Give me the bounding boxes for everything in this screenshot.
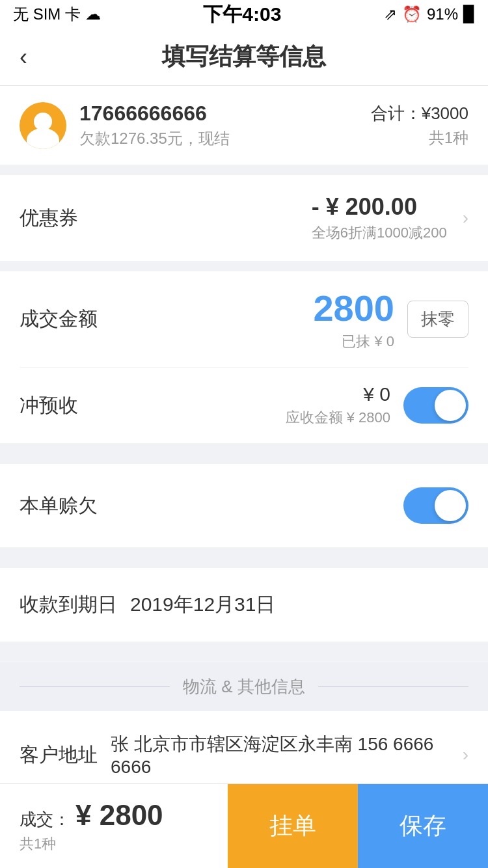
coupon-arrow-icon: › <box>463 208 468 228</box>
prepay-label: 冲预收 <box>20 392 78 419</box>
debt-toggle[interactable] <box>403 487 468 524</box>
prepay-row: 冲预收 ¥ 0 应收金额 ¥ 2800 <box>20 368 468 443</box>
section-sep-2 <box>0 454 488 464</box>
amount-section: 成交金额 2800 已抹 ¥ 0 抹零 冲预收 ¥ 0 应收金额 ¥ 2800 <box>0 271 488 443</box>
customer-card: 17666666666 欠款1276.35元，现结 合计：¥3000 共1种 <box>0 86 488 165</box>
status-bar: 无 SIM 卡 ☁ 下午4:03 ⇗ ⏰ 91% ▉ <box>0 0 488 29</box>
debt-section: 本单赊欠 <box>0 464 488 547</box>
logistics-divider: 物流 & 其他信息 <box>0 662 488 711</box>
status-right: ⇗ ⏰ 91% ▉ <box>384 5 475 23</box>
save-button[interactable]: 保存 <box>358 784 488 869</box>
prepay-toggle[interactable] <box>403 387 468 424</box>
page-title: 填写结算等信息 <box>162 41 326 73</box>
bottom-bar: 成交： ¥ 2800 共1种 挂单 保存 <box>0 783 488 868</box>
customer-info: 17666666666 欠款1276.35元，现结 <box>79 102 230 149</box>
customer-total: 合计：¥3000 共1种 <box>371 102 468 148</box>
section-sep-1 <box>0 261 488 271</box>
coupon-right: - ¥ 200.00 全场6折满1000减200 › <box>78 193 468 243</box>
pend-button[interactable]: 挂单 <box>228 784 358 869</box>
deal-sub: 共1种 <box>20 834 208 854</box>
customer-sub: 欠款1276.35元，现结 <box>79 128 230 149</box>
deal-amount: ¥ 2800 <box>75 799 163 832</box>
total-label: 合计：¥3000 <box>371 102 468 125</box>
divider-line-right <box>318 686 468 687</box>
status-time: 下午4:03 <box>203 1 281 28</box>
sim-label: 无 SIM 卡 ☁ <box>13 4 101 25</box>
amount-sub: 已抹 ¥ 0 <box>313 332 394 351</box>
address-label: 客户地址 <box>20 742 98 768</box>
nav-bar: ‹ 填写结算等信息 <box>0 29 488 86</box>
prepay-sub: 应收金额 ¥ 2800 <box>286 408 390 427</box>
prepay-value: ¥ 0 <box>363 383 390 405</box>
due-row: 收款到期日 2019年12月31日 <box>20 568 468 642</box>
section-sep-4 <box>0 652 488 662</box>
address-arrow-icon: › <box>463 744 468 765</box>
amount-row: 成交金额 2800 已抹 ¥ 0 抹零 <box>20 271 468 368</box>
content: 17666666666 欠款1276.35元，现结 合计：¥3000 共1种 优… <box>0 86 488 868</box>
logistics-label: 物流 & 其他信息 <box>183 675 305 698</box>
section-sep-3 <box>0 558 488 568</box>
battery-icon: ▉ <box>463 5 475 23</box>
due-section: 收款到期日 2019年12月31日 <box>0 568 488 642</box>
customer-phone: 17666666666 <box>79 102 230 126</box>
bottom-summary: 成交： ¥ 2800 共1种 <box>0 799 228 854</box>
amount-label: 成交金额 <box>20 306 98 332</box>
battery-label: 91% <box>427 5 458 23</box>
alarm-icon: ⏰ <box>402 5 422 23</box>
address-value: 张 北京市市辖区海淀区永丰南 156 6666 6666 <box>111 732 450 778</box>
bottom-deal: 成交： ¥ 2800 <box>20 799 208 832</box>
debt-label: 本单赊欠 <box>20 493 98 519</box>
coupon-discount: - ¥ 200.00 <box>312 193 447 221</box>
status-left: 无 SIM 卡 ☁ <box>13 4 101 25</box>
amount-value-group: 2800 已抹 ¥ 0 抹零 <box>313 287 468 351</box>
due-label: 收款到期日 <box>20 591 117 618</box>
due-value: 2019年12月31日 <box>130 591 275 618</box>
customer-left: 17666666666 欠款1276.35元，现结 <box>20 102 230 149</box>
total-count: 共1种 <box>371 128 468 148</box>
debt-row: 本单赊欠 <box>20 464 468 547</box>
deal-label: 成交： <box>20 808 70 831</box>
coupon-section: 优惠券 - ¥ 200.00 全场6折满1000减200 › <box>0 175 488 261</box>
divider-line-left <box>20 686 170 687</box>
back-button[interactable]: ‹ <box>20 44 27 71</box>
location-icon: ⇗ <box>384 5 397 23</box>
amount-number: 2800 <box>313 287 394 329</box>
coupon-sub: 全场6折满1000减200 <box>312 223 447 243</box>
coupon-label: 优惠券 <box>20 205 78 232</box>
coupon-row[interactable]: 优惠券 - ¥ 200.00 全场6折满1000减200 › <box>0 175 488 261</box>
round-button[interactable]: 抹零 <box>407 301 468 338</box>
avatar <box>20 102 66 149</box>
prepay-right: ¥ 0 应收金额 ¥ 2800 <box>286 383 390 427</box>
